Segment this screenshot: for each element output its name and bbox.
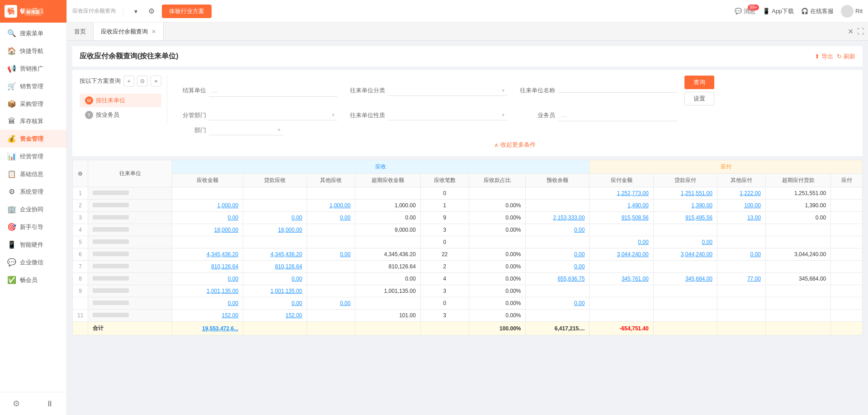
row-cqysjje: 101.00 [355, 310, 420, 322]
row-yfje[interactable]: 1,490.00 [590, 200, 653, 212]
support-btn[interactable]: 🎧 在线客服 [801, 7, 834, 15]
row-qtyf[interactable]: 77.00 [717, 273, 765, 285]
collapse-conditions-btn[interactable]: ∧ 收起更多条件 [175, 139, 855, 151]
row-dkys[interactable]: 18,000.00 [243, 224, 307, 236]
table-row: 30.000.000.000.0090.00%2,153,333.00915,5… [73, 212, 863, 224]
row-dkys[interactable]: 4,345,436.20 [243, 248, 307, 261]
sidebar-item-finance[interactable]: 💰资金管理 [0, 130, 66, 148]
user-menu[interactable]: Rit [841, 5, 863, 18]
row-yfje[interactable]: 0.00 [590, 236, 653, 248]
row-yfje[interactable]: 1,252,773.00 [590, 187, 653, 200]
row-ysjje[interactable]: 1,000.00 [172, 200, 243, 212]
add-filter-btn[interactable]: ＋ [123, 76, 134, 86]
row-yfje[interactable]: 915,508.56 [590, 212, 653, 224]
basic-icon: 📋 [7, 170, 16, 178]
sidebar-item-wechat[interactable]: 💬企业微信 [0, 253, 66, 271]
sidebar-item-marketing[interactable]: 📢营销推广 [0, 60, 66, 77]
row-ysjje[interactable]: 810,126.64 [172, 261, 243, 273]
table-container: ⚙ 往来单位 应收 应付 应收金额 贷款应收 其他应收 超期应收金额 应收笔数 … [72, 160, 863, 335]
row-yfje[interactable]: 345,761.00 [590, 273, 653, 285]
th-yfje: 应付金额 [590, 174, 653, 187]
sidebar-label-inventory: 库存核算 [20, 117, 43, 125]
footer-ysjje[interactable]: 19,553,472,6... [172, 322, 243, 335]
row-yfje[interactable]: 3,044,240.00 [590, 248, 653, 261]
row-qtys[interactable]: 0.00 [307, 248, 355, 261]
download-btn[interactable]: 📱 App下载 [763, 7, 794, 15]
tab-close-icon[interactable]: ✕ [151, 29, 156, 35]
row-ysye[interactable]: 2,153,333.00 [526, 212, 590, 224]
sidebar-item-system[interactable]: ⚙系统管理 [0, 183, 66, 200]
row-ysbshu: 3 [420, 310, 469, 322]
left-nav-item[interactable]: Y按业务员 [80, 108, 161, 122]
row-ysjje[interactable]: 0.00 [172, 297, 243, 310]
row-ysjje[interactable]: 4,345,436.20 [172, 248, 243, 261]
row-ysye [526, 236, 590, 248]
left-nav-item[interactable]: W按往来单位 [80, 94, 161, 107]
th-qtyf: 其他应付 [717, 174, 765, 187]
sidebar-item-search[interactable]: 🔍搜索菜单 [0, 24, 66, 42]
row-dkys[interactable]: 0.00 [243, 297, 307, 310]
footer-yskzb: 100.00% [469, 322, 526, 335]
set-button[interactable]: 设置 [684, 92, 714, 105]
row-qtys[interactable]: 0.00 [307, 212, 355, 224]
close-tab-btn[interactable]: ✕ [848, 27, 854, 36]
sidebar-item-hardware[interactable]: 📱智能硬件 [0, 236, 66, 253]
messages-btn[interactable]: 💬 消息 99+ [735, 7, 755, 15]
row-dkys[interactable]: 1,001,135.00 [243, 285, 307, 297]
row-dkyf[interactable]: 1,251,551.00 [653, 187, 717, 200]
row-yfmore [831, 212, 863, 224]
table-setting-col[interactable]: ⚙ [73, 160, 88, 187]
collapse-btn[interactable]: ⏸ [41, 396, 58, 411]
row-qtyf[interactable]: 0.00 [717, 248, 765, 261]
sidebar-item-sales[interactable]: 🛒销售管理 [0, 77, 66, 95]
row-dkyf[interactable]: 915,495.56 [653, 212, 717, 224]
sidebar-item-guide[interactable]: 🎯新手引导 [0, 218, 66, 236]
sidebar-item-basic[interactable]: 📋基础信息 [0, 165, 66, 183]
row-qtyf[interactable]: 13.00 [717, 212, 765, 224]
row-qtys[interactable]: 0.00 [307, 297, 355, 310]
row-qtyf[interactable]: 100.00 [717, 200, 765, 212]
row-ysye[interactable]: 0.00 [526, 224, 590, 236]
row-qtys[interactable]: 1,000.00 [307, 200, 355, 212]
fullscreen-btn[interactable]: ⛶ [857, 28, 864, 36]
row-ysye[interactable]: 0.00 [526, 261, 590, 273]
settings-btn[interactable]: ⚙ [8, 396, 24, 411]
sidebar-item-operation[interactable]: 📊经营管理 [0, 148, 66, 165]
row-dkys[interactable]: 152.00 [243, 310, 307, 322]
cta-button[interactable]: 体验行业方案 [162, 5, 212, 18]
row-ysjje[interactable]: 1,001,135.00 [172, 285, 243, 297]
row-qtyf[interactable]: 1,222.00 [717, 187, 765, 200]
row-dkyf [653, 297, 717, 310]
manage-filter-btn[interactable]: ⊙ [137, 76, 148, 86]
row-dkys[interactable]: 810,126.64 [243, 261, 307, 273]
breadcrumb-dropdown[interactable]: ▾ [131, 6, 141, 17]
row-dkyf[interactable]: 1,390.00 [653, 200, 717, 212]
sidebar-item-member[interactable]: ✅畅会员 [0, 271, 66, 289]
row-ysjje[interactable]: 18,000.00 [172, 224, 243, 236]
sidebar-item-purchase[interactable]: 📦采购管理 [0, 95, 66, 113]
row-ysjje[interactable]: 0.00 [172, 212, 243, 224]
sidebar-item-corp[interactable]: 🏢企业协同 [0, 200, 66, 218]
row-qtyf [717, 261, 765, 273]
export-btn[interactable]: ⬆ 导出 [815, 52, 833, 61]
row-cqyfhk: 1,251,551.00 [765, 187, 830, 200]
row-dkyf[interactable]: 0.00 [653, 236, 717, 248]
row-dkyf[interactable]: 345,684.00 [653, 273, 717, 285]
row-ysjje[interactable]: 0.00 [172, 273, 243, 285]
collapse-filter-btn[interactable]: « [151, 76, 161, 86]
refresh-btn[interactable]: ↻ 刷新 [837, 52, 855, 61]
gear-icon[interactable]: ⚙ [145, 5, 158, 17]
row-dkyf[interactable]: 3,044,240.00 [653, 248, 717, 261]
row-ysye[interactable]: 0.00 [526, 248, 590, 261]
query-button[interactable]: 查询 [684, 76, 714, 89]
sidebar-item-inventory[interactable]: 🏛库存核算 [0, 113, 66, 130]
sidebar-item-nav[interactable]: 🏠快捷导航 [0, 42, 66, 60]
row-dkys[interactable]: 0.00 [243, 273, 307, 285]
row-ysye[interactable]: 655,636.75 [526, 273, 590, 285]
tab-query[interactable]: 应收应付余额查询 ✕ [94, 23, 164, 40]
page-header: 应收应付余额查询(按往来单位) ⬆ 导出 ↻ 刷新 [72, 46, 863, 67]
row-ysjje[interactable]: 152.00 [172, 310, 243, 322]
tab-home[interactable]: 首页 [67, 23, 94, 40]
row-ysye[interactable]: 0.00 [526, 297, 590, 310]
row-dkys[interactable]: 0.00 [243, 212, 307, 224]
